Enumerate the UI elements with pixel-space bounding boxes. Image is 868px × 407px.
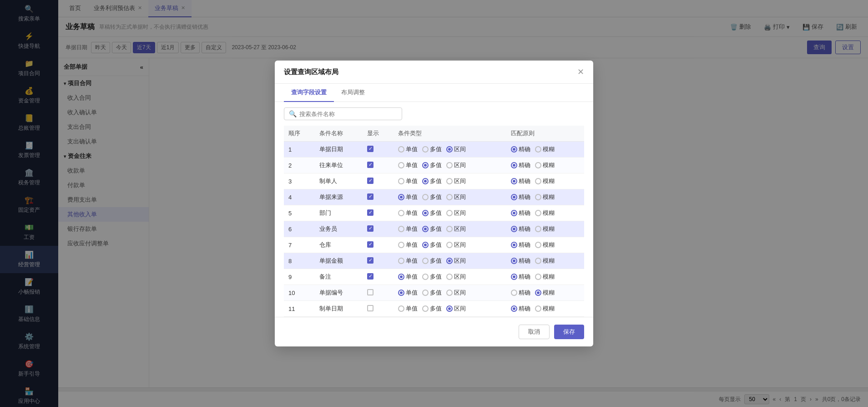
match-radio-模糊-8[interactable]: 模糊 — [535, 257, 555, 265]
radio-区间-11[interactable]: 区间 — [446, 305, 466, 313]
row-name-11: 制单日期 — [315, 301, 363, 317]
radio-单值-4[interactable]: 单值 — [398, 193, 418, 201]
row-condition-11: 单值多值区间 — [394, 301, 506, 317]
row-match-10: 精确模糊 — [506, 285, 584, 301]
match-radio-精确-10[interactable]: 精确 — [511, 289, 530, 297]
table-row: 11制单日期单值多值区间精确模糊 — [284, 301, 584, 317]
radio-单值-5[interactable]: 单值 — [398, 209, 418, 217]
row-condition-1: 单值多值区间 — [394, 142, 506, 158]
radio-多值-5[interactable]: 多值 — [422, 209, 442, 217]
checkbox-10[interactable] — [367, 289, 373, 295]
radio-单值-2[interactable]: 单值 — [398, 161, 418, 169]
th-display: 显示 — [363, 126, 394, 142]
table-row: 8单据金额单值多值区间精确模糊 — [284, 253, 584, 269]
radio-区间-6[interactable]: 区间 — [446, 225, 466, 233]
checkbox-11[interactable] — [367, 305, 373, 311]
radio-单值-9[interactable]: 单值 — [398, 273, 418, 281]
match-radio-模糊-2[interactable]: 模糊 — [535, 161, 555, 169]
match-radio-精确-7[interactable]: 精确 — [511, 241, 530, 249]
radio-区间-2[interactable]: 区间 — [446, 161, 466, 169]
radio-区间-3[interactable]: 区间 — [446, 177, 466, 185]
match-radio-精确-11[interactable]: 精确 — [511, 305, 530, 313]
row-name-3: 制单人 — [315, 173, 363, 189]
radio-多值-6[interactable]: 多值 — [422, 225, 442, 233]
match-radio-精确-6[interactable]: 精确 — [511, 225, 530, 233]
radio-单值-3[interactable]: 单值 — [398, 177, 418, 185]
search-input[interactable] — [299, 111, 397, 117]
row-display-8[interactable] — [363, 253, 394, 269]
radio-多值-7[interactable]: 多值 — [422, 241, 442, 249]
match-radio-精确-5[interactable]: 精确 — [511, 209, 530, 217]
match-radio-精确-8[interactable]: 精确 — [511, 257, 530, 265]
match-radio-精确-9[interactable]: 精确 — [511, 273, 530, 281]
radio-区间-10[interactable]: 区间 — [446, 289, 466, 297]
match-radio-模糊-1[interactable]: 模糊 — [535, 145, 555, 153]
row-display-3[interactable] — [363, 173, 394, 189]
row-display-7[interactable] — [363, 237, 394, 253]
row-order-6: 6 — [284, 221, 315, 237]
checkbox-5[interactable] — [367, 209, 373, 216]
radio-多值-4[interactable]: 多值 — [422, 193, 442, 201]
radio-多值-1[interactable]: 多值 — [422, 145, 442, 153]
th-order: 顺序 — [284, 126, 315, 142]
radio-单值-8[interactable]: 单值 — [398, 257, 418, 265]
radio-单值-1[interactable]: 单值 — [398, 145, 418, 153]
radio-多值-8[interactable]: 多值 — [422, 257, 442, 265]
radio-区间-7[interactable]: 区间 — [446, 241, 466, 249]
checkbox-9[interactable] — [367, 273, 373, 280]
search-box: 🔍 — [284, 107, 402, 120]
radio-区间-8[interactable]: 区间 — [446, 257, 466, 265]
radio-单值-10[interactable]: 单值 — [398, 289, 418, 297]
row-display-5[interactable] — [363, 205, 394, 221]
row-condition-3: 单值多值区间 — [394, 173, 506, 189]
match-radio-模糊-9[interactable]: 模糊 — [535, 273, 555, 281]
radio-区间-1[interactable]: 区间 — [446, 145, 466, 153]
th-field-name: 条件名称 — [315, 126, 363, 142]
radio-多值-9[interactable]: 多值 — [422, 273, 442, 281]
radio-多值-3[interactable]: 多值 — [422, 177, 442, 185]
radio-多值-11[interactable]: 多值 — [422, 305, 442, 313]
row-display-2[interactable] — [363, 158, 394, 173]
row-display-6[interactable] — [363, 221, 394, 237]
match-radio-精确-2[interactable]: 精确 — [511, 161, 530, 169]
checkbox-4[interactable] — [367, 193, 373, 200]
match-radio-模糊-10[interactable]: 模糊 — [535, 289, 555, 297]
tab-layout-adjust[interactable]: 布局调整 — [334, 84, 372, 102]
match-radio-模糊-4[interactable]: 模糊 — [535, 193, 555, 201]
radio-区间-9[interactable]: 区间 — [446, 273, 466, 281]
radio-多值-10[interactable]: 多值 — [422, 289, 442, 297]
checkbox-1[interactable] — [367, 146, 373, 152]
row-display-11[interactable] — [363, 301, 394, 317]
cancel-button[interactable]: 取消 — [519, 325, 550, 339]
row-display-10[interactable] — [363, 285, 394, 301]
radio-单值-11[interactable]: 单值 — [398, 305, 418, 313]
row-display-9[interactable] — [363, 269, 394, 285]
checkbox-6[interactable] — [367, 225, 373, 232]
checkbox-7[interactable] — [367, 241, 373, 248]
checkbox-8[interactable] — [367, 257, 373, 264]
match-radio-模糊-5[interactable]: 模糊 — [535, 209, 555, 217]
match-radio-模糊-3[interactable]: 模糊 — [535, 177, 555, 185]
match-radio-模糊-11[interactable]: 模糊 — [535, 305, 555, 313]
radio-单值-6[interactable]: 单值 — [398, 225, 418, 233]
match-radio-模糊-6[interactable]: 模糊 — [535, 225, 555, 233]
match-radio-精确-1[interactable]: 精确 — [511, 145, 530, 153]
checkbox-2[interactable] — [367, 162, 373, 168]
match-radio-模糊-7[interactable]: 模糊 — [535, 241, 555, 249]
tab-field-settings[interactable]: 查询字段设置 — [284, 84, 334, 102]
modal-close-button[interactable]: ✕ — [577, 67, 584, 77]
row-order-7: 7 — [284, 237, 315, 253]
row-name-2: 往来单位 — [315, 158, 363, 173]
radio-单值-7[interactable]: 单值 — [398, 241, 418, 249]
radio-区间-5[interactable]: 区间 — [446, 209, 466, 217]
checkbox-3[interactable] — [367, 178, 373, 184]
row-display-4[interactable] — [363, 189, 394, 205]
table-row: 2往来单位单值多值区间精确模糊 — [284, 158, 584, 173]
radio-多值-2[interactable]: 多值 — [422, 161, 442, 169]
match-radio-精确-3[interactable]: 精确 — [511, 177, 530, 185]
row-match-3: 精确模糊 — [506, 173, 584, 189]
match-radio-精确-4[interactable]: 精确 — [511, 193, 530, 201]
radio-区间-4[interactable]: 区间 — [446, 193, 466, 201]
row-display-1[interactable] — [363, 142, 394, 158]
modal-save-button[interactable]: 保存 — [554, 325, 584, 339]
